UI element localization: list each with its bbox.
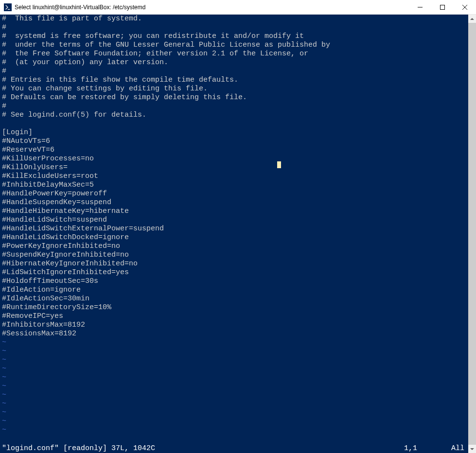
minimize-button[interactable] — [409, 0, 431, 14]
scrollbar-thumb[interactable] — [468, 23, 476, 445]
terminal-area[interactable]: # This file is part of systemd. # # syst… — [0, 15, 476, 453]
svg-rect-0 — [441, 5, 445, 9]
powershell-icon — [4, 3, 12, 11]
scroll-down-button[interactable] — [468, 445, 476, 453]
status-filename: "logind.conf" [readonly] 37L, 1042C — [2, 444, 155, 453]
vim-status-line: "logind.conf" [readonly] 37L, 1042C 1,1 … — [0, 444, 468, 453]
titlebar: Select linuxhint@linuxhint-VirtualBox: /… — [0, 0, 476, 15]
status-scroll-indicator: All — [451, 444, 464, 453]
file-content: # This file is part of systemd. # # syst… — [0, 15, 476, 444]
scrollbar[interactable] — [468, 15, 476, 453]
scroll-up-button[interactable] — [468, 15, 476, 23]
close-button[interactable] — [454, 0, 476, 14]
window-controls — [409, 0, 476, 14]
selection-cursor — [277, 161, 281, 168]
window-title: Select linuxhint@linuxhint-VirtualBox: /… — [15, 4, 145, 11]
status-cursor-position: 1,1 — [404, 444, 417, 453]
maximize-button[interactable] — [431, 0, 454, 14]
